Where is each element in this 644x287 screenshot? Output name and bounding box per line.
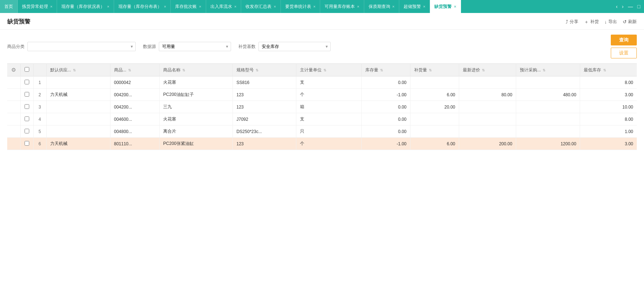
row-est-purchase <box>516 101 580 113</box>
row-spec: SS816 <box>232 76 296 89</box>
tab-overstock[interactable]: 超储预警 × <box>399 0 430 13</box>
refresh-action[interactable]: ↺ 刷新 <box>623 19 637 25</box>
tab-stock-dist[interactable]: 现存量（库存分布表） × <box>114 0 171 13</box>
col-unit: 主计量单位 ⇅ <box>296 64 361 76</box>
table-row: 5 004800... 离合片 DS250*23c... 只 0.00 1.00 <box>7 125 637 138</box>
sort-unit-icon[interactable]: ⇅ <box>323 68 326 72</box>
row-checkbox-cell <box>20 113 33 125</box>
row-replenish: 6.00 <box>410 89 459 101</box>
datasource-label: 数据源 <box>143 44 156 50</box>
sort-name-icon[interactable]: ⇅ <box>182 68 185 72</box>
row-unit: 箱 <box>296 101 361 113</box>
table-body: 1 0000042 火花塞 SS816 支 0.00 8.00 2 力天机械 0… <box>7 76 637 150</box>
tab-expiry[interactable]: 保质期查询 × <box>364 0 399 13</box>
tab-requisition[interactable]: 要货单统计表 × <box>281 0 320 13</box>
category-select[interactable] <box>27 42 136 51</box>
row-index: 1 <box>33 76 46 89</box>
data-table: ⚙ 默认供应... ⇅ 商品... ⇅ 商品名称 <box>7 63 637 150</box>
row-min-stock: 8.00 <box>580 113 637 125</box>
row-gear <box>7 101 20 113</box>
row-product-name: 火花塞 <box>160 76 233 89</box>
table-header-row: ⚙ 默认供应... ⇅ 商品... ⇅ 商品名称 <box>7 64 637 76</box>
tab-batch-account[interactable]: 库存批次账 × <box>171 0 206 13</box>
close-icon[interactable]: × <box>234 4 236 9</box>
row-supplier <box>46 101 110 113</box>
close-icon[interactable]: × <box>199 4 201 9</box>
close-icon[interactable]: × <box>274 4 276 9</box>
row-latest-price: 80.00 <box>459 89 516 101</box>
tab-pick-exception[interactable]: 拣货异常处理 × <box>18 0 57 13</box>
share-action[interactable]: ⤴ 分享 <box>566 19 578 25</box>
close-icon[interactable]: × <box>107 4 109 9</box>
close-icon[interactable]: × <box>454 4 456 9</box>
row-stock: 0.00 <box>362 113 410 125</box>
sort-stock-icon[interactable]: ⇅ <box>380 68 383 72</box>
datasource-select[interactable]: 可用量 库存量 <box>159 42 231 51</box>
export-icon: ↓ <box>605 19 607 25</box>
sort-min-icon[interactable]: ⇅ <box>603 68 606 72</box>
export-action[interactable]: ↓ 导出 <box>605 19 617 25</box>
replenish-base-select[interactable]: 安全库存 最低库存 <box>258 42 331 51</box>
tab-available[interactable]: 可用量库存账本 × <box>320 0 364 13</box>
sort-spec-icon[interactable]: ⇅ <box>256 68 258 72</box>
sort-code-icon[interactable]: ⇅ <box>128 68 131 72</box>
table-row: 4 004600... 火花塞 J7092 支 0.00 8.00 <box>7 113 637 125</box>
row-gear <box>7 113 20 125</box>
row-checkbox[interactable] <box>25 104 29 109</box>
query-button[interactable]: 查询 <box>611 35 637 45</box>
table-row: 3 004200... 三九 123 箱 0.00 20.00 10.00 <box>7 101 637 113</box>
tab-prev-button[interactable]: ‹ <box>614 3 620 10</box>
row-est-purchase <box>516 125 580 138</box>
gear-icon[interactable]: ⚙ <box>11 67 16 73</box>
col-min-stock: 最低库存 ⇅ <box>580 64 637 76</box>
close-icon[interactable]: × <box>357 4 359 9</box>
row-spec: 123 <box>232 89 296 101</box>
sort-price-icon[interactable]: ⇅ <box>482 68 485 72</box>
tab-summary[interactable]: 收发存汇总表 × <box>241 0 280 13</box>
row-min-stock: 8.00 <box>580 76 637 89</box>
sort-est-icon[interactable]: ⇅ <box>543 68 545 72</box>
row-stock: -1.00 <box>362 89 410 101</box>
sort-supplier-icon[interactable]: ⇅ <box>73 68 76 72</box>
row-spec: 123 <box>232 138 296 150</box>
sort-replenish-icon[interactable]: ⇅ <box>429 68 432 72</box>
tab-minimize-button[interactable]: — <box>626 3 635 10</box>
datasource-select-wrapper: 可用量 库存量 <box>159 42 231 51</box>
row-product-code: 004600... <box>110 113 159 125</box>
close-icon[interactable]: × <box>392 4 395 9</box>
col-index <box>33 64 46 76</box>
tab-flow[interactable]: 出入库流水 × <box>206 0 241 13</box>
row-checkbox[interactable] <box>25 80 29 84</box>
datasource-filter-group: 数据源 可用量 库存量 <box>143 42 231 51</box>
close-icon[interactable]: × <box>164 4 166 9</box>
row-checkbox-cell <box>20 125 33 138</box>
tab-next-button[interactable]: › <box>620 3 626 10</box>
row-gear <box>7 76 20 89</box>
tab-shortage[interactable]: 缺货预警 × <box>430 0 461 13</box>
row-checkbox[interactable] <box>25 141 29 146</box>
col-product-name: 商品名称 ⇅ <box>160 64 233 76</box>
replenish-base-filter-group: 补货基数 安全库存 最低库存 <box>238 42 331 51</box>
close-icon[interactable]: × <box>423 4 425 9</box>
row-product-code: 004800... <box>110 125 159 138</box>
tab-home[interactable]: 首页 <box>0 0 18 13</box>
row-checkbox[interactable] <box>25 92 29 97</box>
row-checkbox-cell <box>20 101 33 113</box>
row-checkbox[interactable] <box>25 129 29 133</box>
setting-button[interactable]: 设置 <box>611 48 637 58</box>
row-checkbox[interactable] <box>25 116 29 121</box>
row-latest-price <box>459 76 516 89</box>
row-index: 5 <box>33 125 46 138</box>
tab-maximize-button[interactable]: □ <box>635 3 643 10</box>
row-replenish: 6.00 <box>410 138 459 150</box>
close-icon[interactable]: × <box>313 4 316 9</box>
select-all-checkbox[interactable] <box>25 67 29 72</box>
row-spec: DS250*23c... <box>232 125 296 138</box>
row-latest-price: 200.00 <box>459 138 516 150</box>
tab-stock-status[interactable]: 现存量（库存状况表） × <box>57 0 114 13</box>
replenish-action[interactable]: ＋ 补货 <box>584 19 599 25</box>
filter-actions: 查询 设置 <box>611 35 637 58</box>
row-min-stock: 3.00 <box>580 138 637 150</box>
close-icon[interactable]: × <box>50 4 52 9</box>
row-latest-price <box>459 113 516 125</box>
